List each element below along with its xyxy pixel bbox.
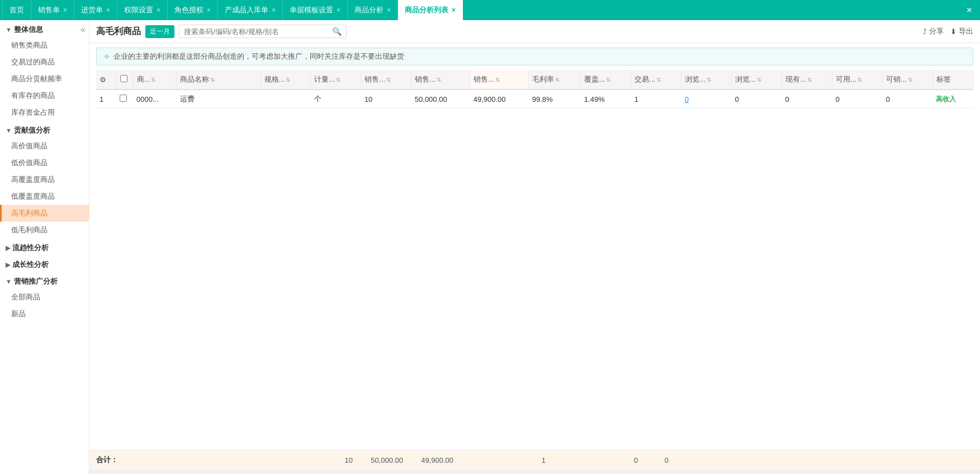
tab-purchase-label: 进货单 — [81, 5, 103, 15]
sidebar-item-goods-contribution[interactable]: 商品分贡献频率 — [0, 71, 89, 87]
sidebar-group-growth[interactable]: ▶ 成长性分析 — [0, 255, 89, 272]
total-sales-amount: 50,000.00 — [356, 456, 406, 464]
cell-checkbox[interactable] — [116, 90, 133, 109]
tab-goods-analysis-list[interactable]: 商品分析列表 × — [398, 0, 463, 20]
col-coverage[interactable]: 覆盖...⇅ — [581, 70, 631, 90]
tab-product-in-close[interactable]: × — [272, 6, 276, 14]
cell-sellable: 0 — [882, 90, 932, 109]
bottom-scrollbar[interactable] — [89, 470, 980, 474]
sidebar-item-high-value-label: 高价值商品 — [11, 142, 48, 150]
col-gross-margin-label: 毛利率 — [532, 74, 554, 85]
col-sales-cost-label: 销售... — [474, 74, 494, 85]
col-code-sort: ⇅ — [151, 77, 155, 83]
col-coverage-label: 覆盖... — [584, 74, 605, 85]
sidebar: « ▼ 整体信息 销售类商品 交易过的商品 商品分贡献频率 有库存的商品 库存资… — [0, 20, 89, 474]
sidebar-item-high-value[interactable]: 高价值商品 — [0, 138, 89, 154]
search-icon[interactable]: 🔍 — [332, 27, 342, 36]
sidebar-item-all-goods[interactable]: 全部商品 — [0, 289, 89, 306]
cell-gross-margin: 99.8% — [529, 90, 581, 109]
tab-permission[interactable]: 权限设置 × — [117, 0, 168, 20]
share-button[interactable]: ⤴ 分享 — [923, 26, 944, 36]
col-sales-amount-label: 销售... — [415, 74, 435, 85]
col-browse2[interactable]: 浏览...⇅ — [732, 70, 782, 90]
col-current-stock[interactable]: 现有...⇅ — [782, 70, 832, 90]
cell-current-stock: 0 — [782, 90, 832, 109]
notice-icon: ✧ — [103, 52, 110, 61]
sidebar-group-contribution[interactable]: ▼ 贡献值分析 — [0, 121, 89, 138]
col-available-stock[interactable]: 可用...⇅ — [832, 70, 882, 90]
sidebar-item-low-coverage[interactable]: 低覆盖度商品 — [0, 188, 89, 205]
tab-purchase-close[interactable]: × — [106, 6, 110, 14]
sidebar-item-new-goods[interactable]: 新品 — [0, 306, 89, 322]
cell-name: 运费 — [177, 90, 261, 109]
sidebar-item-low-coverage-label: 低覆盖度商品 — [11, 192, 55, 200]
sidebar-item-sales-goods[interactable]: 销售类商品 — [0, 37, 89, 54]
col-code-label: 商... — [137, 74, 150, 85]
export-button[interactable]: ⬇ 导出 — [950, 26, 973, 36]
col-spec[interactable]: 规格...⇅ — [261, 70, 311, 90]
tab-permission-close[interactable]: × — [157, 6, 160, 14]
sidebar-group-marketing[interactable]: ▼ 营销推广分析 — [0, 272, 89, 289]
col-browse2-label: 浏览... — [735, 74, 756, 85]
col-current-stock-sort: ⇅ — [807, 77, 812, 83]
tab-goods-analysis-list-close[interactable]: × — [452, 6, 456, 14]
col-sales-cost-sort: ⇅ — [495, 77, 500, 83]
select-all-checkbox[interactable] — [120, 75, 127, 82]
sidebar-group-trend[interactable]: ▶ 流趋性分析 — [0, 238, 89, 255]
col-unit-label: 计量... — [314, 74, 335, 85]
tag-badge: 高收入 — [936, 95, 956, 103]
tab-template[interactable]: 单据模板设置 × — [283, 0, 348, 20]
col-settings[interactable]: ⚙ — [96, 70, 116, 90]
col-transaction-label: 交易... — [635, 74, 655, 85]
sidebar-item-traded-goods[interactable]: 交易过的商品 — [0, 54, 89, 71]
tab-goods-analysis-close[interactable]: × — [387, 6, 391, 14]
col-name[interactable]: 商品名称⇅ — [177, 70, 261, 90]
cell-available-stock: 0 — [832, 90, 882, 109]
sidebar-item-in-stock-goods[interactable]: 有库存的商品 — [0, 87, 89, 104]
col-sales-qty[interactable]: 销售...⇅ — [361, 70, 411, 90]
col-sellable[interactable]: 可销...⇅ — [882, 70, 932, 90]
page-title: 高毛利商品 — [96, 26, 141, 37]
col-sales-cost[interactable]: 销售...⇅ — [470, 70, 529, 90]
sidebar-item-low-margin[interactable]: 低毛利商品 — [0, 222, 89, 238]
tab-product-in[interactable]: 产成品入库单 × — [218, 0, 283, 20]
table-container: ⚙ 商...⇅ 商品名称⇅ 规格...⇅ — [89, 70, 980, 450]
sidebar-item-inventory-capital-label: 库存资金占用 — [11, 108, 55, 116]
tab-home[interactable]: 首页 — [2, 0, 31, 20]
cell-browse1[interactable]: 0 — [681, 90, 732, 109]
col-current-stock-label: 现有... — [785, 74, 806, 85]
total-current-stock: 0 — [610, 456, 641, 464]
header-actions: ⤴ 分享 ⬇ 导出 — [923, 26, 973, 36]
col-unit[interactable]: 计量...⇅ — [311, 70, 361, 90]
tab-purchase[interactable]: 进货单 × — [74, 0, 117, 20]
search-input[interactable] — [184, 27, 332, 36]
row-checkbox[interactable] — [120, 95, 127, 102]
browse1-link[interactable]: 0 — [685, 95, 689, 104]
col-browse2-sort: ⇅ — [757, 77, 761, 83]
tab-role[interactable]: 角色授权 × — [168, 0, 218, 20]
col-browse1[interactable]: 浏览...⇅ — [681, 70, 732, 90]
col-sales-amount[interactable]: 销售...⇅ — [411, 70, 470, 90]
tab-home-label: 首页 — [10, 5, 24, 15]
tab-goods-analysis[interactable]: 商品分析 × — [348, 0, 398, 20]
global-close-button[interactable]: × — [960, 4, 978, 16]
col-code[interactable]: 商...⇅ — [133, 70, 177, 90]
col-gross-margin[interactable]: 毛利率⇅ — [529, 70, 581, 90]
sidebar-item-low-value[interactable]: 低价值商品 — [0, 154, 89, 171]
sidebar-item-inventory-capital[interactable]: 库存资金占用 — [0, 104, 89, 121]
sidebar-group-overall[interactable]: ▼ 整体信息 — [0, 20, 89, 37]
col-sales-qty-sort: ⇅ — [386, 77, 391, 83]
tab-sales[interactable]: 销售单 × — [31, 0, 74, 20]
sidebar-item-in-stock-goods-label: 有库存的商品 — [11, 91, 55, 100]
footer-total: 合计： 10 50,000.00 49,900.00 1 0 0 — [89, 450, 980, 470]
col-coverage-sort: ⇅ — [606, 77, 610, 83]
sidebar-item-high-margin[interactable]: 高毛利商品 — [0, 205, 89, 222]
tab-template-close[interactable]: × — [337, 6, 340, 14]
cell-sales-qty: 10 — [361, 90, 411, 109]
sidebar-collapse-button[interactable]: « — [81, 25, 86, 35]
time-filter-button[interactable]: 近一月 — [145, 25, 174, 38]
tab-sales-close[interactable]: × — [63, 6, 67, 14]
col-transaction[interactable]: 交易...⇅ — [631, 70, 681, 90]
tab-role-close[interactable]: × — [207, 6, 211, 14]
sidebar-item-high-coverage[interactable]: 高覆盖度商品 — [0, 171, 89, 188]
